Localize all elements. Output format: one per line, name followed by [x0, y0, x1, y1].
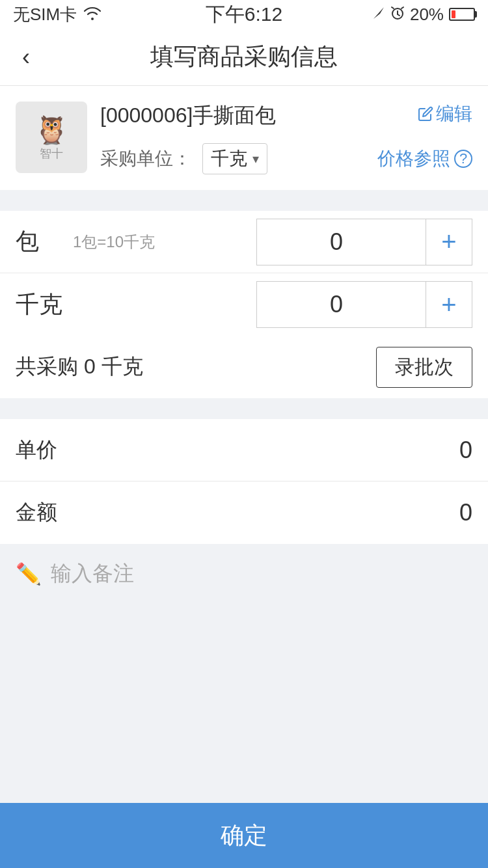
kg-input-wrap: + [256, 281, 472, 328]
unit-label-wrap: 采购单位： 千克 ▾ [100, 143, 267, 174]
unit-price-label: 单价 [16, 436, 57, 465]
summary-section: 共采购 0 千克 录批次 [0, 336, 488, 398]
status-time: 下午6:12 [206, 1, 282, 28]
product-name: [0000006]手撕面包 [100, 102, 276, 130]
price-section: 单价 0 金额 0 [0, 419, 488, 544]
help-icon: ? [454, 150, 472, 168]
unit-value: 千克 [211, 146, 247, 171]
confirm-button[interactable]: 确定 [0, 803, 488, 868]
edit-label: 编辑 [436, 102, 472, 126]
divider-1 [0, 200, 488, 211]
edit-button[interactable]: 编辑 [418, 102, 472, 126]
product-image: 🦉 智十 [16, 102, 87, 173]
kg-plus-button[interactable]: + [426, 281, 472, 328]
remark-placeholder: 输入备注 [51, 560, 134, 588]
bag-label: 包 [16, 226, 68, 258]
amount-row: 金额 0 [0, 481, 488, 544]
bag-input-wrap: + [256, 219, 472, 265]
unit-price-value: 0 [459, 437, 472, 464]
page-title: 填写商品采购信息 [150, 41, 338, 73]
batch-button[interactable]: 录批次 [376, 347, 472, 388]
product-card: 🦉 智十 [0000006]手撕面包 编辑 采购单位： 千克 ▾ [0, 86, 488, 190]
unit-select[interactable]: 千克 ▾ [202, 143, 267, 174]
input-section: 包 1包=10千克 + 千克 + [0, 211, 488, 336]
unit-label: 采购单位： [100, 148, 191, 169]
product-header: [0000006]手撕面包 编辑 [100, 102, 472, 130]
svg-line-4 [392, 7, 394, 8]
alarm-icon [390, 5, 405, 25]
wifi-icon [83, 5, 102, 25]
carrier-label: 无SIM卡 [13, 3, 77, 26]
price-ref-button[interactable]: 价格参照 ? [377, 146, 472, 171]
unit-price-row: 单价 0 [0, 419, 488, 481]
price-ref-label: 价格参照 [377, 146, 450, 171]
content-background [0, 604, 488, 799]
bag-input[interactable] [256, 219, 426, 265]
product-info: [0000006]手撕面包 编辑 采购单位： 千克 ▾ 价格参照 ? [100, 102, 472, 174]
summary-text: 共采购 0 千克 [16, 353, 143, 381]
pencil-icon: ✏️ [16, 562, 42, 586]
kg-input[interactable] [256, 281, 426, 328]
svg-line-5 [401, 7, 403, 8]
status-right: 20% [372, 5, 475, 25]
chevron-down-icon: ▾ [252, 151, 259, 167]
product-unit-row: 采购单位： 千克 ▾ 价格参照 ? [100, 143, 472, 174]
location-icon [372, 5, 385, 25]
status-bar: 无SIM卡 下午6:12 20% [0, 0, 488, 29]
product-image-text: 智十 [40, 146, 63, 161]
battery-icon [449, 8, 475, 21]
nav-bar: ‹ 填写商品采购信息 [0, 29, 488, 86]
bag-sublabel: 1包=10千克 [73, 232, 256, 252]
amount-value: 0 [459, 499, 472, 526]
remark-section[interactable]: ✏️ 输入备注 [0, 544, 488, 604]
bag-input-row: 包 1包=10千克 + [0, 211, 488, 273]
battery-pct: 20% [410, 5, 444, 25]
product-owl-icon: 🦉 [34, 114, 68, 146]
kg-label: 千克 [16, 289, 68, 321]
svg-line-3 [398, 14, 400, 16]
svg-marker-0 [373, 7, 384, 19]
amount-label: 金额 [16, 498, 57, 527]
bag-plus-button[interactable]: + [426, 219, 472, 265]
kg-input-row: 千克 + [0, 273, 488, 336]
divider-2 [0, 398, 488, 409]
back-button[interactable]: ‹ [16, 37, 36, 77]
status-left: 无SIM卡 [13, 3, 102, 26]
